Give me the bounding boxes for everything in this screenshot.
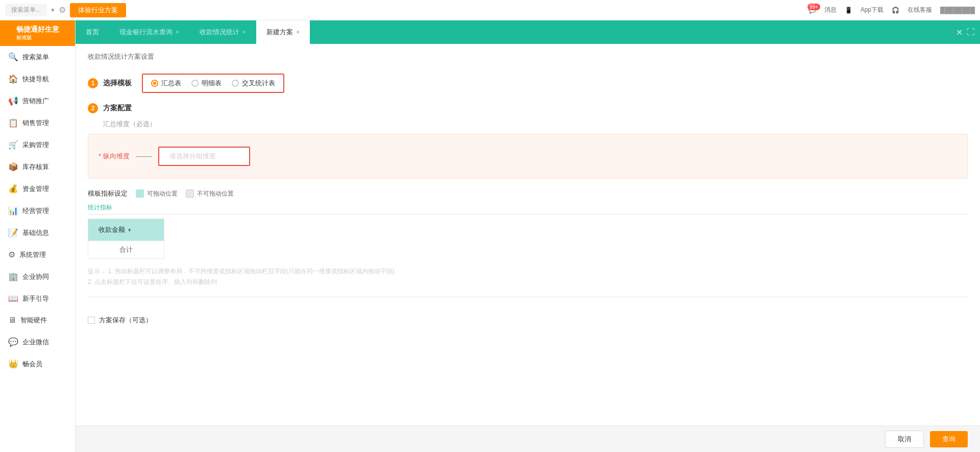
member-icon: 👑 bbox=[8, 359, 18, 369]
dimension-group-label-text: 汇总维度（必选） bbox=[103, 120, 156, 128]
sidebar-label-hardware: 智能硬件 bbox=[20, 316, 47, 325]
sidebar-item-cooperation[interactable]: 🏢 企业协同 bbox=[0, 266, 75, 288]
top-bar-left: 搜索菜单... ▾ ⚙ 体验行业方案 bbox=[5, 3, 808, 17]
page-inner: 收款情况统计方案设置 1 选择模板 汇总表 明细表 bbox=[76, 44, 980, 425]
page-content: 收款情况统计方案设置 1 选择模板 汇总表 明细表 bbox=[76, 44, 980, 425]
legend-non-draggable-label: 不可拖动位置 bbox=[197, 189, 234, 198]
sidebar-label-nav: 快捷导航 bbox=[22, 75, 49, 84]
radio-summary[interactable]: 汇总表 bbox=[151, 79, 181, 88]
sidebar-item-marketing[interactable]: 📢 营销推广 bbox=[0, 90, 75, 112]
dimension-group-label: 汇总维度（必选） bbox=[103, 120, 968, 129]
download-label[interactable]: App下载 bbox=[861, 6, 884, 14]
section2-title: 方案配置 bbox=[103, 104, 132, 113]
tab-close-all-icon[interactable]: ✕ bbox=[956, 28, 963, 37]
download-icon[interactable]: 📱 bbox=[845, 7, 852, 14]
indicator-title-text: 模板指标设定 bbox=[88, 189, 128, 198]
legend-draggable-label: 可拖动位置 bbox=[147, 189, 178, 198]
inventory-icon: 📦 bbox=[8, 162, 18, 172]
tab-bar-right: ✕ ⛶ bbox=[956, 28, 980, 37]
marketing-icon: 📢 bbox=[8, 96, 18, 106]
tab-home[interactable]: 首页 bbox=[76, 28, 109, 37]
sidebar-label-basics: 基础信息 bbox=[22, 228, 49, 237]
stat-tag[interactable]: 收款金额 ▾ bbox=[92, 222, 137, 237]
sidebar-label-member: 畅会员 bbox=[22, 360, 42, 369]
sidebar-label-guide: 新手引导 bbox=[22, 294, 49, 303]
footer: 取消 查询 bbox=[76, 425, 980, 452]
finance-icon: 💰 bbox=[8, 184, 18, 194]
dimension-arrow-icon: —— bbox=[136, 152, 152, 161]
tab-bank-flow-close[interactable]: × bbox=[176, 29, 179, 36]
cancel-button[interactable]: 取消 bbox=[885, 431, 924, 448]
main-layout: 畅捷通好生意 标准版 🔍 搜索菜单 🏠 快捷导航 📢 营销推广 📋 销售管理 🛒… bbox=[0, 20, 980, 452]
sidebar-label-finance: 资金管理 bbox=[22, 184, 49, 194]
dimension-area: * 纵向维度 —— 请选择分组维度 bbox=[88, 134, 968, 179]
notification-badge: 99+ bbox=[807, 4, 820, 10]
radio-summary-circle[interactable] bbox=[151, 80, 158, 87]
tab-new-plan-close[interactable]: × bbox=[296, 29, 300, 36]
user-info: ████████ bbox=[940, 7, 975, 14]
tab-new-plan[interactable]: 新建方案 × bbox=[256, 20, 310, 44]
weixin-icon: 💬 bbox=[8, 337, 18, 347]
breadcrumb: 收款情况统计方案设置 bbox=[88, 52, 968, 65]
section1-num: 1 bbox=[88, 78, 98, 88]
sidebar-item-management[interactable]: 📊 经营管理 bbox=[0, 200, 75, 222]
industry-button[interactable]: 体验行业方案 bbox=[70, 3, 126, 17]
sidebar-item-system[interactable]: ⚙ 系统管理 bbox=[0, 244, 75, 266]
template-radio-group: 汇总表 明细表 交叉统计表 bbox=[142, 74, 284, 93]
hint-line-1: 提示： 1. 拖动标题栏可以调整布局，不可跨维度或指标区域拖动栏目字段(只能在同… bbox=[88, 267, 968, 276]
sidebar-label-sales: 销售管理 bbox=[22, 118, 49, 128]
sidebar-item-hardware[interactable]: 🖥 智能硬件 bbox=[0, 310, 75, 331]
dimension-row: * 纵向维度 —— 请选择分组维度 bbox=[99, 147, 957, 166]
sidebar-item-sales[interactable]: 📋 销售管理 bbox=[0, 112, 75, 134]
sidebar-item-weixin[interactable]: 💬 企业微信 bbox=[0, 331, 75, 353]
sidebar-label-search: 搜索菜单 bbox=[22, 53, 49, 62]
stat-tag-label: 收款金额 bbox=[99, 225, 125, 234]
sidebar-item-member[interactable]: 👑 畅会员 bbox=[0, 353, 75, 375]
radio-cross-circle[interactable] bbox=[232, 80, 239, 87]
legend-non-draggable: 不可拖动位置 bbox=[186, 189, 234, 198]
home-icon: 🏠 bbox=[8, 74, 18, 84]
sidebar-label-marketing: 营销推广 bbox=[22, 97, 49, 106]
gear-icon[interactable]: ⚙ bbox=[59, 5, 66, 15]
section2-row: 2 方案配置 bbox=[88, 103, 968, 113]
top-bar-dropdown-icon[interactable]: ▾ bbox=[51, 6, 55, 14]
top-bar-search-placeholder: 搜索菜单... bbox=[5, 4, 47, 16]
top-bar: 搜索菜单... ▾ ⚙ 体验行业方案 💬 99+ 消息 📱 App下载 🎧 在线… bbox=[0, 0, 980, 20]
dimension-select[interactable]: 请选择分组维度 bbox=[158, 147, 250, 166]
draggable-legend-box bbox=[136, 189, 144, 198]
tab-collection-close[interactable]: × bbox=[242, 29, 246, 36]
section1-row: 1 选择模板 汇总表 明细表 交叉统计表 bbox=[88, 74, 968, 93]
sidebar-item-search[interactable]: 🔍 搜索菜单 bbox=[0, 46, 75, 68]
radio-summary-label: 汇总表 bbox=[161, 79, 181, 88]
stat-tag-dropdown-icon[interactable]: ▾ bbox=[128, 227, 131, 233]
sidebar-item-purchase[interactable]: 🛒 采购管理 bbox=[0, 134, 75, 156]
service-icon[interactable]: 🎧 bbox=[892, 7, 899, 14]
notification-icon[interactable]: 💬 99+ bbox=[808, 7, 816, 14]
sidebar-item-basics[interactable]: 📝 基础信息 bbox=[0, 222, 75, 244]
sidebar-label-weixin: 企业微信 bbox=[22, 338, 49, 347]
tab-bank-flow-label: 现金银行流水查询 bbox=[119, 28, 173, 37]
query-button[interactable]: 查询 bbox=[930, 431, 968, 447]
tab-collection[interactable]: 收款情况统计 × bbox=[189, 20, 256, 44]
tab-expand-icon[interactable]: ⛶ bbox=[967, 28, 975, 37]
save-label: 方案保存（可选） bbox=[99, 316, 152, 325]
section2-content: 汇总维度（必选） * 纵向维度 —— 请选择分组维度 模板指标设定 bbox=[88, 120, 968, 287]
purchase-icon: 🛒 bbox=[8, 140, 18, 150]
service-label[interactable]: 在线客服 bbox=[908, 6, 932, 14]
tab-collection-label: 收款情况统计 bbox=[200, 28, 239, 37]
tab-bank-flow[interactable]: 现金银行流水查询 × bbox=[109, 20, 189, 44]
radio-cross-label: 交叉统计表 bbox=[242, 79, 275, 88]
content-area: 首页 现金银行流水查询 × 收款情况统计 × 新建方案 × ✕ ⛶ 收款情况统 bbox=[76, 20, 980, 452]
radio-detail[interactable]: 明细表 bbox=[191, 79, 222, 88]
radio-cross[interactable]: 交叉统计表 bbox=[232, 79, 275, 88]
sidebar-item-inventory[interactable]: 📦 库存核算 bbox=[0, 156, 75, 178]
sidebar-item-nav[interactable]: 🏠 快捷导航 bbox=[0, 68, 75, 90]
sidebar: 畅捷通好生意 标准版 🔍 搜索菜单 🏠 快捷导航 📢 营销推广 📋 销售管理 🛒… bbox=[0, 20, 76, 452]
sidebar-label-management: 经营管理 bbox=[22, 206, 49, 216]
sidebar-item-finance[interactable]: 💰 资金管理 bbox=[0, 178, 75, 200]
sidebar-label-system: 系统管理 bbox=[19, 250, 46, 259]
save-checkbox[interactable] bbox=[88, 317, 95, 324]
sidebar-item-guide[interactable]: 📖 新手引导 bbox=[0, 288, 75, 310]
sidebar-label-inventory: 库存核算 bbox=[22, 162, 49, 172]
radio-detail-circle[interactable] bbox=[191, 80, 199, 87]
